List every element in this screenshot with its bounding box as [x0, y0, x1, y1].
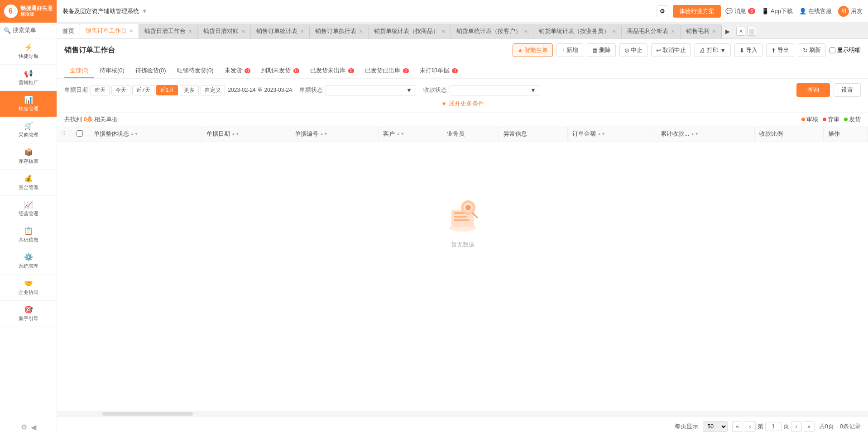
- sub-tab-not-printed[interactable]: 未打印单据 0: [414, 64, 463, 78]
- import-btn[interactable]: ⬇ 导入: [734, 43, 762, 57]
- sidebar-item-inventory[interactable]: 📦 库存核算: [0, 143, 57, 170]
- sidebar-item-finance[interactable]: 💰 资金管理: [0, 170, 57, 196]
- expand-label: 展开更多条件: [449, 100, 484, 108]
- tab-sales-profit-label: 销售毛利: [686, 27, 710, 35]
- tab-sales-stat[interactable]: 销售订单统计表 ✕: [251, 24, 310, 38]
- search-menu[interactable]: 🔍 搜索菜单: [0, 23, 57, 38]
- first-page-btn[interactable]: «: [732, 421, 743, 432]
- sidebar-item-purchase[interactable]: 🛒 采购管理: [0, 117, 57, 143]
- horizontal-scrollbar[interactable]: [57, 411, 868, 416]
- smart-gen-btn[interactable]: ★ 智能生单: [513, 43, 553, 57]
- date-custom-btn[interactable]: 自定义: [201, 85, 225, 95]
- tab-sales-sum-staff[interactable]: 销货单统计表（按业务员） ✕: [533, 24, 622, 38]
- page-size-select[interactable]: 50 20 100: [703, 421, 728, 432]
- tab-sales-stat-close[interactable]: ✕: [300, 29, 304, 34]
- sub-tab-pending-check[interactable]: 待拣验货(0): [130, 64, 172, 78]
- cancel-audit-btn[interactable]: 弃审: [823, 115, 839, 123]
- expand-filter-btn[interactable]: ▼ 展开更多条件: [441, 100, 484, 108]
- tab-sales-sum-product[interactable]: 销货单统计表（按商品） ✕: [369, 24, 451, 38]
- sort-amount-icon: ▲▼: [597, 132, 605, 136]
- message-item[interactable]: 💬 消息 6: [725, 7, 755, 15]
- cancel-stop-btn[interactable]: ↩ 取消中止: [651, 43, 691, 57]
- sidebar-item-basic[interactable]: 📋 基础信息: [0, 222, 57, 248]
- tab-cash-daily-close[interactable]: ✕: [188, 29, 192, 34]
- tab-close-all-btn[interactable]: ✕: [736, 27, 745, 36]
- tab-sales-exec[interactable]: 销售订单执行表 ✕: [310, 24, 369, 38]
- tab-cash-reconcile-close[interactable]: ✕: [241, 29, 245, 34]
- tab-home[interactable]: 首页: [57, 24, 80, 38]
- tab-sales-profit[interactable]: 销售毛利 ✕: [681, 24, 722, 38]
- sidebar-item-guide[interactable]: 🎯 新手引导: [0, 301, 57, 327]
- sidebar-settings-icon[interactable]: ⚙: [21, 423, 27, 431]
- date-today-btn[interactable]: 今天: [111, 85, 130, 95]
- print-btn[interactable]: 🖨 打印 ▼: [695, 43, 731, 57]
- app-download-item[interactable]: 📱 App下载: [762, 7, 793, 15]
- stop-btn[interactable]: ⊘ 中止: [619, 43, 647, 57]
- sidebar-item-enterprise[interactable]: 🤝 企业协同: [0, 275, 57, 301]
- sub-tab-not-shipped[interactable]: 未发货 0: [219, 64, 256, 78]
- payment-select[interactable]: ▼: [450, 85, 540, 95]
- tab-sales-order-close[interactable]: ✕: [129, 28, 133, 33]
- last-page-btn[interactable]: »: [804, 421, 815, 432]
- settings-btn[interactable]: 设置: [834, 83, 861, 97]
- table-wrap[interactable]: ⠿ 单据整体状态 ▲▼: [57, 126, 868, 411]
- delete-label: 删除: [599, 46, 611, 54]
- date-more-btn[interactable]: 更多: [180, 85, 199, 95]
- tab-profit-close[interactable]: ✕: [671, 29, 675, 34]
- settings-button[interactable]: ⚙: [657, 5, 668, 17]
- date-7days-btn[interactable]: 近7天: [132, 85, 154, 95]
- sidebar-item-marketing[interactable]: 📢 营销推广: [0, 65, 57, 91]
- sub-tab-wangpu[interactable]: 旺铺待发货(0): [172, 64, 219, 78]
- date-1month-btn[interactable]: 近1月: [156, 85, 178, 95]
- online-service-item[interactable]: 👤 在线客服: [799, 7, 832, 15]
- tab-sales-order[interactable]: 销售订单工作台 ✕: [80, 24, 139, 38]
- tab-sales-profit-close[interactable]: ✕: [712, 29, 716, 34]
- show-detail-checkbox[interactable]: 显示明细: [830, 46, 861, 54]
- sub-tab-shipped-not-out[interactable]: 已发货未出库 0: [305, 64, 360, 78]
- tab-more-btn[interactable]: ▶: [722, 24, 734, 38]
- tab-sales-sum-customer-close[interactable]: ✕: [524, 29, 528, 34]
- prev-page-btn[interactable]: ‹: [745, 421, 756, 432]
- sidebar-item-system[interactable]: ⚙️ 系统管理: [0, 248, 57, 275]
- tab-cash-daily[interactable]: 钱货日清工作台 ✕: [139, 24, 198, 38]
- sidebar-item-quick-nav[interactable]: ⚡ 快捷导航: [0, 38, 57, 65]
- tabbar: 首页 销售订单工作台 ✕ 钱货日清工作台 ✕ 钱货日清对账 ✕ 销售订单统计表 …: [57, 23, 868, 39]
- page-input[interactable]: [765, 422, 782, 431]
- th-amount-label: 订单金额: [572, 130, 596, 138]
- new-btn[interactable]: + 新增: [556, 43, 583, 57]
- user-item[interactable]: 用 用友: [838, 6, 863, 17]
- tab-profit[interactable]: 商品毛利分析表 ✕: [622, 24, 681, 38]
- content-area: 销售订单工作台 ★ 智能生单 + 新增 🗑 删除 ⊘ 中止: [57, 39, 868, 436]
- th-amount[interactable]: 订单金额 ▲▼: [568, 126, 656, 142]
- th-status[interactable]: 单据整体状态 ▲▼: [89, 126, 201, 142]
- next-page-btn[interactable]: ›: [791, 421, 802, 432]
- industry-btn[interactable]: 体验行业方案: [673, 5, 721, 18]
- tab-sales-exec-close[interactable]: ✕: [359, 29, 363, 34]
- sub-tab-pending[interactable]: 待审核(0): [94, 64, 130, 78]
- sidebar-item-sales[interactable]: 📊 销售管理: [0, 91, 57, 117]
- th-number[interactable]: 单据编号 ▲▼: [290, 126, 379, 142]
- tab-sales-sum-staff-close[interactable]: ✕: [612, 29, 616, 34]
- delete-btn[interactable]: 🗑 删除: [587, 43, 616, 57]
- audit-btn[interactable]: 审核: [801, 115, 818, 123]
- status-select[interactable]: ▼: [326, 85, 416, 95]
- tab-sales-sum-customer[interactable]: 销货单统计表（按客户） ✕: [451, 24, 533, 38]
- th-received[interactable]: 累计收款... ▲▼: [656, 126, 755, 142]
- tab-cash-reconcile[interactable]: 钱货日清对账 ✕: [198, 24, 251, 38]
- sidebar-collapse-icon[interactable]: ◀: [31, 423, 36, 431]
- tab-maximize-btn[interactable]: ⬜: [747, 27, 756, 36]
- sub-tab-all[interactable]: 全部(0): [64, 64, 94, 78]
- export-btn[interactable]: ⬆ 导出: [766, 43, 794, 57]
- sub-tab-shipped-out[interactable]: 已发货已出库 0: [360, 64, 414, 78]
- th-customer[interactable]: 客户 ▲▼: [379, 126, 442, 142]
- select-all-checkbox[interactable]: [77, 130, 83, 137]
- date-yesterday-btn[interactable]: 昨天: [91, 85, 110, 95]
- show-detail-input[interactable]: [830, 47, 835, 53]
- query-btn[interactable]: 查询: [796, 83, 830, 97]
- ship-btn[interactable]: 发货: [844, 115, 861, 123]
- tab-sales-sum-product-close[interactable]: ✕: [441, 29, 445, 34]
- sidebar-item-operation[interactable]: 📈 经营管理: [0, 196, 57, 222]
- sub-tab-overdue[interactable]: 到期未发货 0: [256, 64, 305, 78]
- refresh-btn[interactable]: ↻ 刷新: [798, 43, 826, 57]
- th-date[interactable]: 单据日期 ▲▼: [201, 126, 290, 142]
